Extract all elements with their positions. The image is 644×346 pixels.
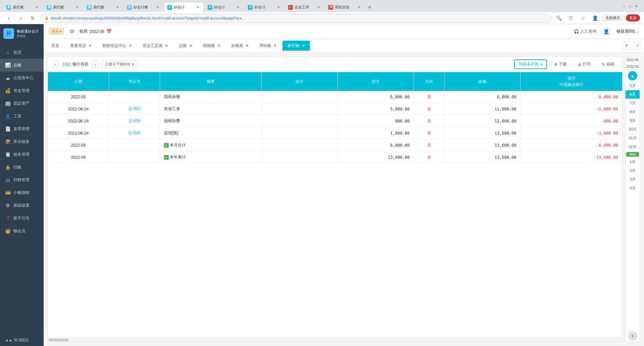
shield-icon-btn[interactable]: 🛡: [566, 13, 576, 23]
star-icon-btn[interactable]: ☆: [578, 13, 588, 23]
page-tab-close-sequence-ledger[interactable]: ✕: [274, 44, 277, 48]
page-tab-voucher-summary[interactable]: 凭证汇总表✕: [138, 41, 173, 51]
unpin-button[interactable]: ◄◄ 取消固定: [0, 334, 44, 346]
nav-icon-archive: 🗂: [5, 177, 11, 183]
browser-tab-9[interactable]: 用 用友好业 ✕: [325, 2, 365, 12]
timeline-month-item[interactable]: 5月: [626, 82, 640, 90]
voucher-link[interactable]: 记-002: [128, 106, 141, 111]
browser-tab-7[interactable]: 好 好会计 ✕: [244, 2, 284, 12]
timeline-month-item[interactable]: 7月: [626, 99, 640, 108]
timeline-month-item[interactable]: 1月: [626, 158, 640, 166]
consult-button[interactable]: 🎧 人工咨询: [574, 29, 596, 34]
page-tab-detail-ledger[interactable]: 明细账✕: [198, 41, 225, 51]
voucher-link[interactable]: 记-006: [128, 131, 141, 135]
logo-text-block: 畅捷通好会计 旗舰版: [17, 29, 39, 38]
filter-dropdown[interactable]: 只显示下级科目 ▾: [102, 60, 137, 68]
timeline-month-item[interactable]: 3月: [626, 175, 640, 184]
browser-tab-8[interactable]: C 企业工作 ✕: [284, 2, 325, 12]
timeline-month-item[interactable]: 12月: [626, 143, 640, 151]
special-ledger-btn[interactable]: 特殊多栏账 ▾: [514, 59, 547, 69]
page-tab-multi-ledger[interactable]: 多栏账✕: [282, 41, 310, 51]
calendar-icon[interactable]: 📅: [106, 29, 112, 34]
refresh-btn[interactable]: ↻ 刷新: [598, 60, 618, 69]
back-btn[interactable]: ‹: [4, 13, 13, 23]
account-prev-btn[interactable]: ‹: [52, 61, 59, 68]
maximize-btn[interactable]: □: [628, 4, 633, 8]
h-scroll-bar[interactable]: [48, 338, 622, 342]
timeline-month-item[interactable]: 8月: [626, 108, 640, 116]
browser-tab-5[interactable]: 好 好会计 ✕: [164, 2, 204, 12]
browser-tab-4[interactable]: 好 好会计帐 ✕: [123, 2, 164, 12]
sidebar-item-cloud-report[interactable]: ☁ 云报表中心: [0, 71, 44, 84]
page-tab-close-detail-ledger[interactable]: ✕: [217, 44, 220, 48]
page-tab-close-balance-table[interactable]: ✕: [246, 44, 249, 48]
search-icon-btn[interactable]: 🔍: [554, 13, 564, 23]
tab-close-9[interactable]: ✕: [357, 5, 361, 10]
h-scroll-thumb[interactable]: [49, 339, 69, 341]
page-tab-sequence-ledger[interactable]: 序时账✕: [254, 41, 282, 51]
timeline-month-item[interactable]: 6月: [626, 90, 640, 99]
sidebar-item-capital[interactable]: 💰 资金管理: [0, 84, 44, 97]
reload-btn[interactable]: ↻: [28, 13, 38, 23]
page-tab-smart-voucher[interactable]: 智能凭证中心✕: [97, 41, 137, 51]
sidebar-item-invoice[interactable]: 📄 发票管理: [0, 122, 44, 135]
tab-close-1[interactable]: ✕: [35, 5, 39, 10]
wufan-mode-btn[interactable]: 无痕模式: [602, 14, 623, 21]
page-tab-balance-table[interactable]: 余额表✕: [226, 41, 254, 51]
sidebar-item-tax[interactable]: 📋 税务管理: [0, 148, 44, 161]
sidebar-item-ledger[interactable]: 📊 总账: [0, 59, 44, 71]
tab-collapse-left[interactable]: ✕: [623, 42, 631, 50]
sidebar-item-member[interactable]: 👑 畅会员: [0, 225, 44, 237]
address-box[interactable]: 🔒 cloud2.chanjet.com/accounting/uh26t264…: [40, 14, 551, 22]
tab-close-8[interactable]: ✕: [316, 5, 321, 10]
voucher-link[interactable]: 记-004: [128, 118, 141, 123]
tab-close-6[interactable]: ✕: [236, 5, 240, 10]
download-btn[interactable]: ⬇ 下载: [550, 60, 571, 69]
browser-tab-1[interactable]: 易 易代账 ✕: [3, 2, 43, 12]
profile-icon-btn[interactable]: 👤: [590, 13, 600, 23]
page-tab-close-multi-ledger[interactable]: ✕: [302, 44, 305, 48]
page-tab-close-general-ledger[interactable]: ✕: [189, 44, 192, 48]
timeline-month-item[interactable]: 10月: [626, 125, 640, 134]
page-tab-close-voucher-summary[interactable]: ✕: [165, 44, 168, 48]
account-next-btn[interactable]: ›: [92, 61, 99, 68]
timeline-month-item[interactable]: 11月: [626, 134, 640, 143]
sidebar-item-expense[interactable]: 💳 小畅报销: [0, 186, 44, 199]
page-tab-close-smart-voucher[interactable]: ✕: [129, 44, 132, 48]
forward-btn[interactable]: ›: [16, 13, 25, 23]
nav-label-ledger: 总账: [13, 62, 21, 68]
browser-tab-3[interactable]: 易 易代账 ✕: [83, 2, 123, 12]
page-tab-view-voucher[interactable]: 查看凭证✕: [65, 41, 97, 51]
tab-close-4[interactable]: ✕: [155, 5, 160, 10]
tab-close-2[interactable]: ✕: [75, 5, 79, 10]
page-tab-general-ledger[interactable]: 总账✕: [174, 41, 197, 51]
sidebar-item-settings[interactable]: ⚙ 基础设置: [0, 199, 44, 212]
tab-close-7[interactable]: ✕: [276, 5, 281, 10]
timeline-month-item[interactable]: 9月: [626, 116, 640, 125]
sidebar-item-salary[interactable]: 👤 工资: [0, 110, 44, 122]
sidebar-item-archive[interactable]: 🗂 归档管理: [0, 174, 44, 186]
browser-tab-2[interactable]: 易 易代账 ✕: [43, 2, 83, 12]
sidebar-item-inventory[interactable]: 📦 库存核算: [0, 135, 44, 148]
timeline-down-btn[interactable]: ▼: [628, 331, 637, 341]
timeline-month-item[interactable]: 4月: [626, 184, 640, 193]
timeline-up-btn[interactable]: ▲: [628, 71, 637, 81]
print-btn[interactable]: 🖨 打印: [574, 60, 595, 69]
browser-tab-6[interactable]: 好 好会计 ✕: [204, 2, 244, 12]
tab-close-3[interactable]: ✕: [115, 5, 120, 10]
page-tab-close-view-voucher[interactable]: ✕: [89, 44, 92, 48]
new-tab-btn[interactable]: +: [365, 3, 374, 12]
sidebar-item-close[interactable]: 🔒 结账: [0, 161, 44, 174]
minimize-btn[interactable]: ─: [622, 4, 627, 8]
timeline-month-item[interactable]: 2月: [626, 166, 640, 175]
page-tab-home[interactable]: 首页: [46, 41, 64, 51]
filter-label: 只显示下级科目: [105, 62, 131, 67]
tab-expand-btn[interactable]: ⤢: [633, 42, 641, 50]
settings-icon[interactable]: ⚙: [69, 28, 74, 35]
sidebar-item-home[interactable]: ⌂ 首页: [0, 46, 44, 59]
sidebar-item-guide[interactable]: ❓ 新手引导: [0, 212, 44, 225]
update-button[interactable]: 更新: [626, 14, 640, 21]
sidebar-item-fixed-asset[interactable]: 🏢 固定资产: [0, 97, 44, 110]
close-btn[interactable]: ✕: [634, 4, 639, 8]
tab-close-5[interactable]: ✕: [196, 5, 200, 10]
